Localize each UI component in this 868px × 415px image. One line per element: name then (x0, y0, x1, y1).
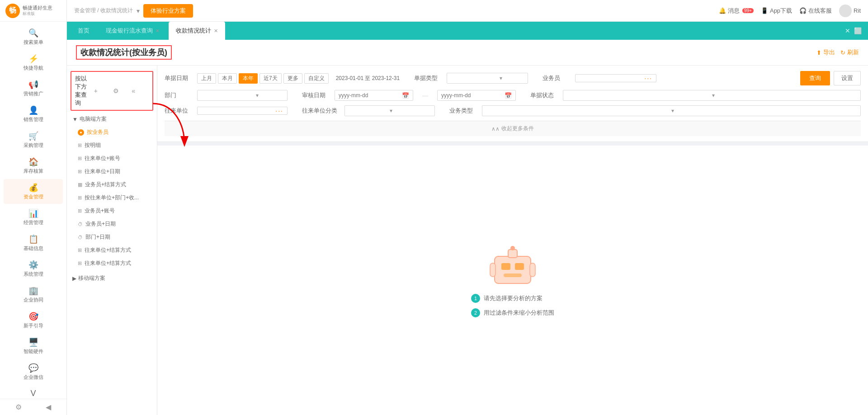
date-btn-this-year[interactable]: 本年 (239, 73, 258, 84)
calendar-to-icon[interactable]: 📅 (501, 92, 515, 99)
sidebar-item-member[interactable]: V 畅会员 (4, 385, 63, 399)
sidebar-item-system[interactable]: ⚙️ 系统管理 (4, 256, 63, 281)
sidebar-item-marketing[interactable]: 📢 营销推广 (4, 76, 63, 101)
scheme-item-partner-settle1-label: 往来单位+结算方式 (85, 246, 131, 254)
filter-row-2: 部门 ▾ 审核日期 📅 — (165, 90, 861, 101)
scheme-item-partner-dept[interactable]: ⊞ 按往来单位+部门+收... (67, 191, 157, 204)
sidebar-item-operation[interactable]: 📊 经营管理 (4, 205, 63, 230)
export-button[interactable]: ⬆ 导出 (816, 48, 835, 57)
scheme-collapse-icon[interactable]: « (132, 87, 149, 94)
partner-account-icon: ⊞ (78, 156, 82, 161)
setting-button[interactable]: 设置 (834, 71, 861, 85)
window-maximize-icon[interactable]: ⬜ (854, 28, 861, 34)
sidebar-label-finance: 资金管理 (24, 193, 43, 200)
salesman-select[interactable]: ··· (575, 74, 656, 82)
app-download-action[interactable]: 📱 App下载 (761, 7, 792, 15)
tab-receipt-close-icon[interactable]: ✕ (214, 28, 218, 34)
scheme-item-dept-date-label: 部门+日期 (85, 233, 110, 241)
notifications-action[interactable]: 🔔 消息 99+ (719, 7, 754, 15)
collapse-chevron-icon: ∧∧ (491, 126, 500, 132)
audit-date-filter-label: 审核日期 (302, 91, 327, 99)
scheme-item-partner-account[interactable]: ⊞ 往来单位+账号 (67, 152, 157, 165)
partner-dots-icon[interactable]: ··· (272, 107, 287, 114)
export-label: 导出 (823, 48, 835, 57)
header-gear-icon[interactable]: ▾ (137, 7, 140, 14)
svg-rect-5 (508, 250, 517, 258)
desktop-group-label: 电脑端方案 (80, 115, 107, 123)
tab-bank[interactable]: 现金银行流水查询 ✕ (99, 22, 167, 40)
dept-select[interactable]: ▾ (197, 90, 288, 101)
settings-icon[interactable]: ⚙ (15, 403, 22, 411)
inventory-icon: 🏠 (28, 157, 38, 167)
date-range-display: 2023-01-01 至 2023-12-31 (336, 75, 400, 82)
collapse-label: 收起更多条件 (501, 125, 534, 132)
scheme-item-partner-settle2[interactable]: ⊞ 往来单位+结算方式 (67, 257, 157, 270)
user-display-name: Rit (854, 7, 861, 14)
sidebar-item-basic[interactable]: 📋 基础信息 (4, 231, 63, 255)
scheme-add-icon[interactable]: + (94, 87, 111, 94)
sidebar-item-quicknav[interactable]: ⚡ 快捷导航 (4, 50, 63, 75)
date-btn-custom[interactable]: 自定义 (304, 73, 329, 84)
query-button[interactable]: 查询 (800, 71, 830, 85)
scheme-item-dept-date[interactable]: ⏱ 部门+日期 (67, 231, 157, 244)
partner-dept-icon: ⊞ (78, 195, 82, 201)
scheme-item-partner-date[interactable]: ⊞ 往来单位+日期 (67, 165, 157, 178)
audit-date-to-input[interactable] (438, 90, 501, 100)
sidebar-item-corp[interactable]: 🏢 企业协同 (4, 282, 63, 307)
filter-row-1: 单据日期 上月 本月 本年 近7天 更多 自定义 2023-01-01 至 20… (165, 71, 861, 85)
scheme-gear-icon[interactable]: ⚙ (113, 87, 130, 94)
tab-home[interactable]: 首页 (71, 22, 97, 40)
date-btn-last-month[interactable]: 上月 (197, 73, 216, 84)
window-close-icon[interactable]: ✕ (844, 28, 851, 34)
trial-button[interactable]: 体验行业方案 (143, 4, 193, 18)
scheme-item-detail[interactable]: ⊞ 按明细 (67, 139, 157, 152)
sidebar-item-guide[interactable]: 🎯 新手引导 (4, 308, 63, 333)
refresh-button[interactable]: ↻ 刷新 (840, 48, 859, 57)
logo-badge: 标准版 (23, 11, 52, 17)
scheme-item-salesman-date[interactable]: ⏱ 业务员+日期 (67, 217, 157, 231)
date-btn-this-month[interactable]: 本月 (218, 73, 237, 84)
salesman-dots-icon[interactable]: ··· (641, 75, 656, 82)
sidebar-label-purchase: 采购管理 (24, 142, 43, 149)
partner-category-filter-label: 往来单位分类 (302, 107, 337, 115)
audit-date-from-input[interactable] (335, 90, 398, 100)
salesman-filter-label: 业务员 (542, 74, 568, 82)
scheme-item-salesman-settle[interactable]: ▦ 业务员+结算方式 (67, 178, 157, 191)
partner-category-select[interactable]: ▾ (344, 105, 435, 116)
sidebar-item-hardware[interactable]: 🖥️ 智能硬件 (4, 334, 63, 358)
date-btn-more[interactable]: 更多 (283, 73, 302, 84)
sidebar-item-wechat[interactable]: 💬 企业微信 (4, 359, 63, 384)
scheme-item-partner-settle1[interactable]: ⊞ 往来单位+结算方式 (67, 244, 157, 257)
sidebar-item-finance[interactable]: 💰 资金管理 (4, 179, 63, 204)
doc-type-select[interactable]: ▾ (447, 73, 528, 84)
collapse-button[interactable]: ∧∧ 收起更多条件 (168, 125, 857, 132)
logo-text-group: 畅捷通好生意 标准版 (23, 5, 52, 17)
salesman-date-icon: ⏱ (78, 222, 83, 227)
collapse-sidebar-icon[interactable]: ◀‌‌ (46, 403, 51, 411)
svg-rect-3 (515, 263, 524, 270)
sidebar-item-purchase[interactable]: 🛒 采购管理 (4, 127, 63, 152)
sidebar-item-search[interactable]: 🔍 搜索菜单 (4, 24, 63, 49)
biz-type-select[interactable]: ▾ (482, 105, 861, 116)
sidebar-item-sales[interactable]: 👤 销售管理 (4, 102, 63, 127)
tab-bank-close-icon[interactable]: ✕ (156, 28, 160, 34)
date-btn-last7[interactable]: 近7天 (259, 73, 282, 84)
desktop-group-title[interactable]: ▼ 电脑端方案 (67, 113, 157, 126)
sidebar-item-inventory[interactable]: 🏠 库存核算 (4, 153, 63, 178)
mobile-group-title[interactable]: ▶ 移动端方案 (67, 272, 157, 285)
calendar-from-icon[interactable]: 📅 (398, 92, 413, 99)
scheme-item-salesman-account[interactable]: ⊞ 业务员+账号 (67, 204, 157, 217)
basic-icon: 📋 (28, 234, 38, 244)
mobile-group-label: 移动端方案 (78, 274, 105, 282)
wechat-icon: 💬 (28, 363, 38, 373)
tab-receipt[interactable]: 收款情况统计 ✕ (169, 22, 225, 40)
customer-service-action[interactable]: 🎧 在线客服 (799, 7, 832, 15)
user-name[interactable]: Rit (839, 5, 861, 17)
desktop-scheme-group: ▼ 电脑端方案 ● 按业务员 ⊞ 按明细 ⊞ 往 (67, 113, 157, 270)
user-avatar (839, 5, 852, 17)
doc-status-select[interactable]: ▾ (563, 90, 861, 101)
scheme-item-detail-label: 按明细 (85, 141, 101, 149)
partner-select[interactable]: ··· (197, 107, 288, 115)
empty-step-2: 2 用过滤条件来缩小分析范围 (471, 308, 554, 317)
scheme-item-salesman[interactable]: ● 按业务员 (67, 126, 157, 139)
